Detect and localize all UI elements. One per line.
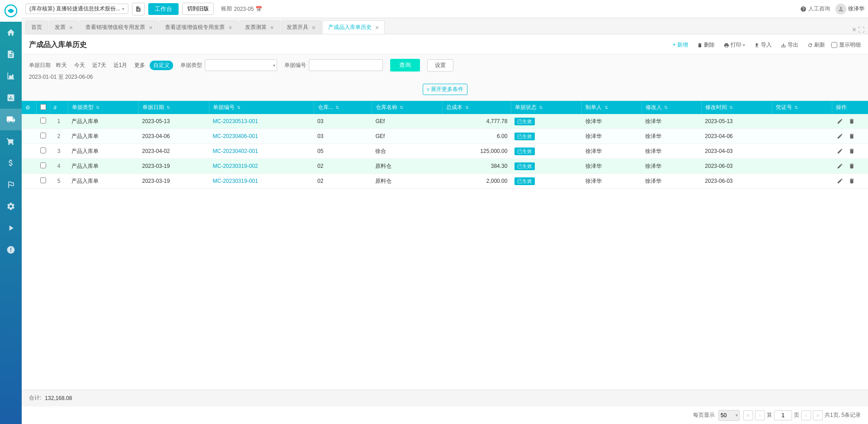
edit-icon-3[interactable]: [835, 162, 844, 171]
sidebar-item-home[interactable]: [0, 22, 22, 43]
doc-type-select[interactable]: [205, 59, 277, 71]
th-modifier[interactable]: 修改人 ⇅: [642, 101, 701, 114]
page-input[interactable]: [774, 410, 792, 420]
tab-view-purchase-vat-close[interactable]: ×: [228, 24, 232, 31]
delete-icon-0[interactable]: [847, 117, 856, 126]
th-doc-type[interactable]: 单据类型 ⇅: [68, 101, 138, 114]
delete-icon-3[interactable]: [847, 162, 856, 171]
set-button[interactable]: 设置: [427, 59, 453, 71]
sidebar-item-version[interactable]: [0, 239, 22, 261]
tab-invoice-open[interactable]: 发票开具 ×: [281, 20, 321, 34]
cell-doc-no-4[interactable]: MC-20230319-001: [209, 174, 314, 189]
company-selector[interactable]: (库存核算) 直播轻捷通信息技术股份... ▾: [25, 4, 128, 14]
old-version-button[interactable]: 切到旧版: [182, 3, 214, 15]
refresh-button[interactable]: 刷新: [805, 40, 828, 50]
expand-filter-button[interactable]: ▿ 展开更多条件: [423, 84, 467, 95]
tab-invoice-open-close[interactable]: ×: [312, 24, 316, 31]
th-doc-no[interactable]: 单据编号 ⇅: [209, 101, 314, 114]
sidebar-item-analytics[interactable]: [0, 87, 22, 109]
cell-modify-time-0: 2023-05-13: [701, 114, 772, 129]
tab-product-inbound[interactable]: 产成品入库单历史 ×: [322, 20, 385, 34]
sort-warehouse-name-icon: ⇅: [400, 105, 403, 110]
th-modify-time[interactable]: 修改时间 ⇅: [701, 101, 772, 114]
tab-view-sales-vat[interactable]: 查看销项增值税专用发票 ×: [80, 20, 158, 34]
tab-view-sales-vat-close[interactable]: ×: [149, 24, 152, 31]
show-detail-toggle[interactable]: 显示明细: [831, 41, 861, 49]
tab-invoice-calc[interactable]: 发票测算 ×: [239, 20, 280, 34]
import-button[interactable]: 导入: [751, 40, 774, 50]
delete-icon-4[interactable]: [847, 176, 856, 186]
th-warehouse-name[interactable]: 仓库名称 ⇅: [372, 101, 442, 114]
cell-checkbox-1[interactable]: [36, 129, 50, 144]
cell-checkbox-3[interactable]: [36, 159, 50, 174]
prev-page-button[interactable]: ‹: [755, 410, 765, 420]
page-size-select[interactable]: 20 50 100: [718, 410, 740, 421]
edit-icon-2[interactable]: [835, 147, 844, 156]
table-row: 1 产品入库单 2023-05-13 MC-20230513-001 03 GE…: [22, 114, 868, 129]
sidebar-item-play[interactable]: [0, 217, 22, 239]
doc-no-input[interactable]: [309, 59, 383, 71]
cell-doc-no-2[interactable]: MC-20230402-001: [209, 144, 314, 159]
tab-expand[interactable]: ⛶: [858, 26, 864, 33]
quick-custom[interactable]: 自定义: [150, 61, 173, 70]
page-label: 算: [767, 411, 772, 419]
tab-close-all[interactable]: ×: [852, 26, 856, 34]
last-page-button[interactable]: »: [813, 410, 823, 420]
tab-view-purchase-vat[interactable]: 查看进项增值税专用发票 ×: [159, 20, 238, 34]
cell-settings-3: [22, 159, 36, 174]
th-creator[interactable]: 制单人 ⇅: [582, 101, 642, 114]
doc-icon-btn[interactable]: [132, 3, 145, 15]
print-button[interactable]: 打印 ▾: [721, 40, 748, 50]
new-button[interactable]: + 新增: [670, 40, 691, 50]
filter-expand-row: ▿ 展开更多条件: [29, 81, 861, 96]
th-voucher-no[interactable]: 凭证号 ⇅: [772, 101, 832, 114]
th-checkbox[interactable]: [36, 101, 50, 114]
cell-checkbox-0[interactable]: [36, 114, 50, 129]
cell-checkbox-2[interactable]: [36, 144, 50, 159]
th-total-cost[interactable]: 总成本 ⇅: [443, 101, 511, 114]
sidebar-item-gear[interactable]: [0, 195, 22, 217]
edit-icon-0[interactable]: [835, 117, 844, 126]
query-button[interactable]: 查询: [390, 59, 420, 71]
delete-button[interactable]: 删除: [694, 40, 717, 50]
first-page-button[interactable]: «: [743, 410, 753, 420]
quick-1month[interactable]: 近1月: [111, 61, 130, 70]
th-doc-date[interactable]: 单据日期 ⇅: [138, 101, 209, 114]
edit-icon-1[interactable]: [835, 132, 844, 141]
cell-doc-no-0[interactable]: MC-20230513-001: [209, 114, 314, 129]
select-all-checkbox[interactable]: [40, 104, 46, 110]
delete-icon-1[interactable]: [847, 132, 856, 141]
service-button[interactable]: 人工咨询: [800, 5, 830, 13]
sidebar-item-tax[interactable]: [0, 174, 22, 195]
cell-voucher-no-1: [772, 129, 832, 144]
export-button[interactable]: 导出: [778, 40, 801, 50]
edit-icon-4[interactable]: [835, 176, 844, 186]
th-doc-status[interactable]: 单据状态 ⇅: [511, 101, 581, 114]
user-menu[interactable]: 徐泽华: [835, 4, 864, 14]
tab-product-inbound-close[interactable]: ×: [375, 24, 379, 31]
th-settings[interactable]: ⚙: [22, 101, 36, 114]
sidebar-item-invoice[interactable]: [0, 43, 22, 65]
calendar-icon[interactable]: 📅: [255, 6, 262, 12]
delete-icon-2[interactable]: [847, 147, 856, 156]
cell-doc-no-1[interactable]: MC-20230406-001: [209, 129, 314, 144]
cell-doc-no-3[interactable]: MC-20230319-002: [209, 159, 314, 174]
tab-invoice[interactable]: 发票 ×: [49, 20, 79, 34]
tab-invoice-close[interactable]: ×: [69, 24, 73, 31]
quick-today[interactable]: 今天: [71, 61, 88, 70]
show-detail-checkbox[interactable]: [831, 42, 837, 48]
sidebar-item-purchase[interactable]: [0, 130, 22, 152]
tab-home[interactable]: 首页: [25, 20, 48, 34]
quick-more[interactable]: 更多: [132, 61, 148, 70]
quick-7days[interactable]: 近7天: [90, 61, 109, 70]
sidebar-item-chart[interactable]: [0, 65, 22, 87]
quick-yesterday[interactable]: 昨天: [53, 61, 70, 70]
th-warehouse-code[interactable]: 仓库... ⇅: [314, 101, 372, 114]
sidebar-item-finance[interactable]: [0, 152, 22, 174]
cell-checkbox-4[interactable]: [36, 174, 50, 189]
workbench-button[interactable]: 工作台: [148, 3, 179, 15]
tab-invoice-calc-close[interactable]: ×: [270, 24, 274, 31]
sidebar-item-warehouse[interactable]: [0, 109, 22, 130]
next-page-button[interactable]: ›: [801, 410, 811, 420]
doc-type-filter: 单据类型: [180, 59, 277, 71]
